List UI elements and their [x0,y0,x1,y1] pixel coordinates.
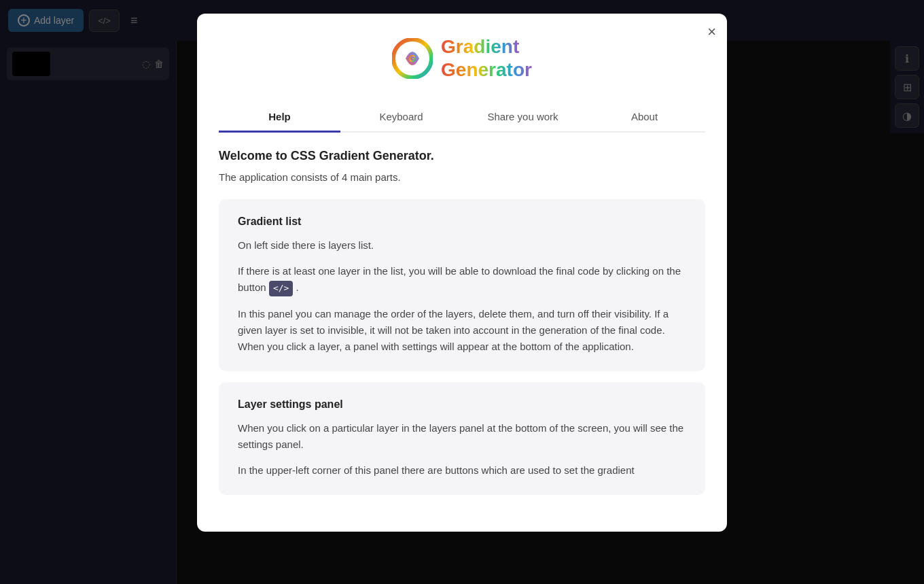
gradient-list-title: Gradient list [238,216,686,228]
code-tag-icon: </> [269,281,293,296]
gradient-list-text2: If there is at least one layer in the li… [238,263,686,296]
text2-before-code: If there is at least one layer in the li… [238,265,681,293]
welcome-title: Welcome to CSS Gradient Generator. [219,149,705,163]
modal-header: G Gradient Generator Help Keyboard Share… [197,14,727,133]
tab-share[interactable]: Share you work [462,103,584,133]
modal-overlay: × [0,0,924,584]
tab-keyboard[interactable]: Keyboard [340,103,462,133]
logo-icon: G [392,38,433,79]
text2-after-code: . [296,281,299,293]
logo-text: Gradient Generator [441,35,532,81]
layer-settings-text1: When you click on a particular layer in … [238,420,686,453]
modal-body: Welcome to CSS Gradient Generator. The a… [197,133,727,511]
layer-settings-text2: In the upper-left corner of this panel t… [238,462,686,479]
tab-help[interactable]: Help [219,103,340,133]
welcome-subtitle: The application consists of 4 main parts… [219,171,705,183]
help-modal: × [197,14,727,532]
gradient-list-text3: In this panel you can manage the order o… [238,306,686,355]
modal-logo: G Gradient Generator [392,35,532,81]
gradient-list-card: Gradient list On left side there is laye… [219,199,705,371]
modal-tabs: Help Keyboard Share you work About [219,103,705,133]
layer-settings-title: Layer settings panel [238,398,686,411]
logo-gradient-line1: Gradient [441,36,519,57]
tab-about[interactable]: About [584,103,705,133]
logo-gradient-line2: Generator [441,59,532,80]
svg-text:G: G [409,53,416,64]
layer-settings-card: Layer settings panel When you click on a… [219,382,705,495]
gradient-list-text1: On left side there is layers list. [238,237,686,254]
close-button[interactable]: × [707,24,716,39]
